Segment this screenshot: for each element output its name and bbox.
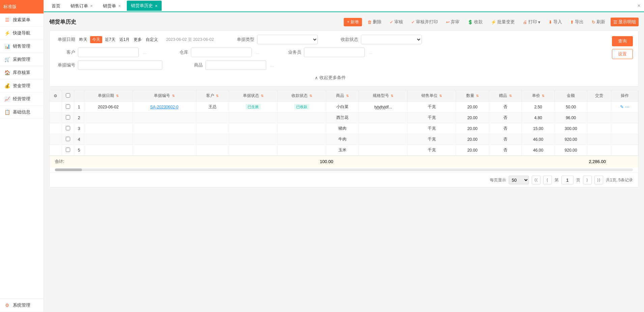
cell-settings xyxy=(50,145,62,156)
tab-sales-order-close[interactable]: ✕ xyxy=(90,4,93,8)
row-checkbox[interactable] xyxy=(66,148,70,152)
th-spec[interactable]: 规格型号 ⇅ xyxy=(359,90,408,102)
salesperson-dots[interactable]: ... xyxy=(367,50,374,55)
pagination: 每页显示 50 100 200 ⟨⟨ ⟨ 第 页 ⟩ ⟩⟩ 共1页, 5条记录 xyxy=(50,173,638,187)
row-checkbox[interactable] xyxy=(66,115,70,120)
th-paystatus[interactable]: 收款状态 ⇅ xyxy=(277,90,326,102)
date-7days[interactable]: 近7天 xyxy=(104,36,117,43)
cell-check[interactable] xyxy=(62,112,74,123)
cell-docno[interactable] xyxy=(133,134,196,145)
date-yesterday[interactable]: 昨天 xyxy=(78,36,89,43)
cell-action[interactable] xyxy=(611,145,638,156)
doctype-select[interactable] xyxy=(257,35,318,44)
sidebar-item-sales-mgmt[interactable]: 📊 销售管理 xyxy=(0,40,44,53)
filter-collapse-btn[interactable]: ∧ 收起更多条件 xyxy=(55,73,605,82)
date-more[interactable]: 更多 xyxy=(132,36,143,43)
tab-sales-goods-close[interactable]: ✕ xyxy=(118,4,121,8)
th-docstatus[interactable]: 单据状态 ⇅ xyxy=(229,90,277,102)
sidebar-item-finance[interactable]: 💰 资金管理 xyxy=(0,79,44,93)
page-prev-btn[interactable]: ⟨ xyxy=(543,176,552,184)
import-button[interactable]: ⬇ 导入 xyxy=(546,18,565,26)
cell-docno[interactable] xyxy=(133,112,196,123)
cell-check[interactable] xyxy=(62,145,74,156)
select-all-checkbox[interactable] xyxy=(66,93,70,98)
export-button[interactable]: ⬆ 导出 xyxy=(567,18,586,26)
cell-action[interactable] xyxy=(611,112,638,123)
display-detail-button[interactable]: ☰ 显示明细 xyxy=(611,18,639,26)
collect-button[interactable]: 💲 收款 xyxy=(465,18,485,26)
cell-docno[interactable] xyxy=(133,145,196,156)
print-button[interactable]: 🖨 打印 ▾ xyxy=(520,18,543,26)
review-button[interactable]: ✓ 审核 xyxy=(387,18,406,26)
tab-sales-history[interactable]: 销货单历史 ✕ xyxy=(127,0,162,11)
paystatus-select[interactable] xyxy=(361,35,422,44)
row-checkbox[interactable] xyxy=(66,137,70,141)
tab-sales-goods[interactable]: 销货单 ✕ xyxy=(99,1,125,11)
review-print-button[interactable]: ✓ 审核并打印 xyxy=(409,18,441,26)
cell-check[interactable] xyxy=(62,123,74,134)
th-qty[interactable]: 数量 ⇅ xyxy=(456,90,489,102)
th-gift[interactable]: 赠品 ⇅ xyxy=(489,90,522,102)
page-next-btn[interactable]: ⟩ xyxy=(583,176,592,184)
sidebar-item-sys-mgmt[interactable]: ⚙ 系统管理 xyxy=(0,299,44,312)
cell-check[interactable] xyxy=(62,134,74,145)
customer-dots[interactable]: ... xyxy=(141,50,148,55)
cell-action[interactable] xyxy=(611,123,638,134)
cell-action[interactable]: ✎⋯ xyxy=(611,102,638,112)
new-button[interactable]: + 新增 xyxy=(344,18,362,26)
tab-home[interactable]: 首页 xyxy=(47,1,65,11)
th-unit[interactable]: 销售单位 ⇅ xyxy=(408,90,456,102)
page-first-btn[interactable]: ⟨⟨ xyxy=(532,176,540,184)
warehouse-input[interactable] xyxy=(191,48,252,57)
row-checkbox[interactable] xyxy=(66,126,70,130)
th-customer[interactable]: 客户 ⇅ xyxy=(196,90,229,102)
th-settings[interactable]: ⚙ xyxy=(50,90,62,102)
th-docno[interactable]: 单据编号 ⇅ xyxy=(133,90,196,102)
th-trade: 交货 xyxy=(587,90,611,102)
customer-input[interactable] xyxy=(78,48,139,57)
goods-input[interactable] xyxy=(205,60,266,70)
th-goods[interactable]: 商品 ⇅ xyxy=(326,90,359,102)
goods-dots[interactable]: ... xyxy=(269,63,275,68)
sort-goods-icon: ⇅ xyxy=(346,94,349,98)
page-last-btn[interactable]: ⟩⟩ xyxy=(594,176,603,184)
cell-docno[interactable]: SA-20230602-0 xyxy=(133,102,196,112)
action-more[interactable]: ⋯ xyxy=(625,104,629,109)
salesperson-input[interactable] xyxy=(304,48,365,57)
batch-change-button[interactable]: ⚡ 批量变更 xyxy=(488,18,517,26)
date-today[interactable]: 今天 xyxy=(90,36,102,43)
sidebar-item-label: 系统管理 xyxy=(13,302,30,308)
sidebar-item-purchase-mgmt[interactable]: 🛒 采购管理 xyxy=(0,53,44,66)
query-button[interactable]: 查询 xyxy=(612,36,633,46)
date-1month[interactable]: 近1月 xyxy=(118,36,131,43)
th-price[interactable]: 单价 ⇅ xyxy=(522,90,555,102)
settings-button[interactable]: 设置 xyxy=(612,49,633,59)
horizontal-scrollbar[interactable] xyxy=(55,168,633,171)
per-page-select[interactable]: 50 100 200 xyxy=(509,176,529,184)
th-date[interactable]: 单据日期 ⇅ xyxy=(84,90,133,102)
abandon-button[interactable]: ↩ 弃审 xyxy=(443,18,462,26)
tab-sales-order[interactable]: 销售订单 ✕ xyxy=(66,1,97,11)
sidebar-item-search-menu[interactable]: ☰ 搜索菜单 xyxy=(0,14,44,27)
warehouse-dots[interactable]: ... xyxy=(254,50,261,55)
sidebar-item-basic-info[interactable]: 📋 基础信息 xyxy=(0,106,44,119)
sidebar-item-inventory[interactable]: 🏠 库存核算 xyxy=(0,66,44,79)
cell-trade xyxy=(587,112,611,123)
date-custom[interactable]: 自定义 xyxy=(144,36,159,43)
filter-row-1: 单据日期 昨天 今天 近7天 近1月 更多 自定义 2023-06- xyxy=(55,35,605,44)
action-edit[interactable]: ✎ xyxy=(620,104,624,109)
close-all-tabs[interactable]: ✕ xyxy=(637,3,641,8)
footer-total-amount: 2,286.00 xyxy=(589,159,606,164)
sidebar-item-quick-nav[interactable]: ⚡ 快捷导航 xyxy=(0,27,44,40)
delete-button[interactable]: 🗑 删除 xyxy=(365,18,384,26)
page-input[interactable] xyxy=(561,176,573,184)
docno-input[interactable] xyxy=(78,60,162,70)
tab-sales-history-close[interactable]: ✕ xyxy=(155,4,158,8)
cell-docno[interactable] xyxy=(133,123,196,134)
cell-trade xyxy=(587,145,611,156)
sidebar-item-operations[interactable]: 📈 经营管理 xyxy=(0,93,44,106)
refresh-button[interactable]: ↻ 刷新 xyxy=(589,18,608,26)
cell-check[interactable] xyxy=(62,102,74,112)
cell-action[interactable] xyxy=(611,134,638,145)
row-checkbox[interactable] xyxy=(66,104,70,109)
